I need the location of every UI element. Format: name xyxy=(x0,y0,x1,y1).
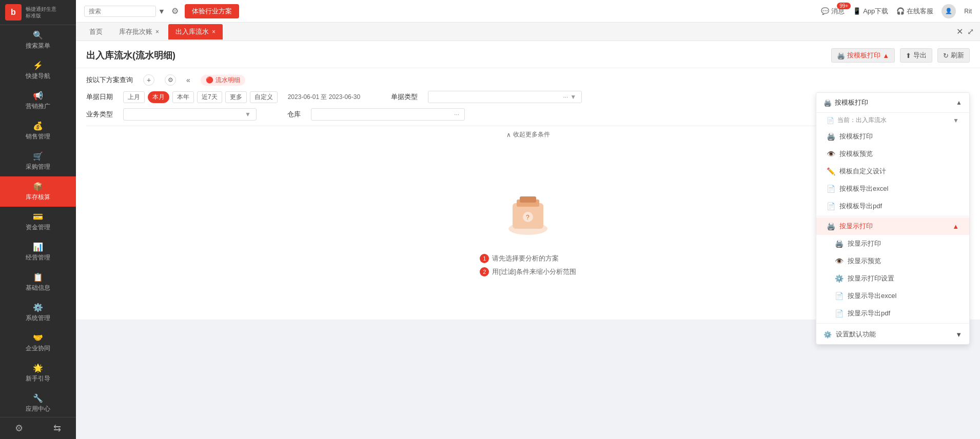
dropdown-item-display-print[interactable]: 🖨️ 按显示打印 xyxy=(816,235,969,252)
tab-flow[interactable]: 出入库流水 × xyxy=(168,24,223,39)
tab-home-label: 首页 xyxy=(89,27,103,36)
tip-num-2: 2 xyxy=(480,267,489,276)
refresh-btn[interactable]: ↻ 刷新 xyxy=(937,48,970,63)
sidebar-item-finance[interactable]: 💳 资金管理 xyxy=(0,207,76,237)
sidebar-item-shortcut[interactable]: ⚡ 快捷导航 xyxy=(0,55,76,86)
tabs-bar: 首页 库存批次账 × 出入库流水 × ✕ ⤢ xyxy=(76,23,980,41)
dropdown-divider xyxy=(816,216,969,216)
footer-settings-label: 设置默认功能 xyxy=(836,330,876,339)
date-filter-label: 单据日期 xyxy=(86,92,113,102)
template-custom-icon: ✏️ xyxy=(827,167,835,175)
operations-nav-icon: 📊 xyxy=(33,242,43,252)
sidebar-item-newbie[interactable]: 🌟 新手引导 xyxy=(0,358,76,388)
display-group-arrow: ▲ xyxy=(952,223,959,230)
sidebar-item-system[interactable]: ⚙️ 系统管理 xyxy=(0,297,76,328)
date-btn-last-month[interactable]: 上月 xyxy=(123,91,145,103)
topbar-gear-icon[interactable]: ⚙ xyxy=(171,6,179,16)
sidebar-item-operations[interactable]: 📊 经营管理 xyxy=(0,237,76,267)
topbar-dropdown-icon[interactable]: ▼ xyxy=(158,7,165,15)
sidebar-settings-btn[interactable]: ⚙ xyxy=(15,423,23,434)
page-content: 出入库流水(流水明细) 🖨️ 按模板打印 ▲ ⬆ 导出 ↻ 刷新 xyxy=(76,41,980,439)
service-icon: 🎧 xyxy=(896,7,905,15)
trial-btn[interactable]: 体验行业方案 xyxy=(185,4,239,18)
date-btn-this-month[interactable]: 本月 xyxy=(148,91,169,103)
sidebar-item-apps[interactable]: 🔧 应用中心 xyxy=(0,388,76,417)
refresh-label: 刷新 xyxy=(951,51,964,60)
marketing-nav-icon: 📢 xyxy=(33,91,43,101)
sidebar-item-enterprise[interactable]: 🤝 企业协同 xyxy=(0,328,76,358)
user-avatar[interactable]: 👤 xyxy=(942,4,956,18)
topbar-search-input[interactable] xyxy=(84,6,156,17)
topbar: ▼ ⚙ 体验行业方案 💬 消息 99+ 📱 App下载 🎧 在线客服 👤 Rit xyxy=(76,0,980,23)
date-btn-this-year[interactable]: 本年 xyxy=(172,91,194,103)
tab-home[interactable]: 首页 xyxy=(82,24,110,39)
sidebar-item-search[interactable]: 🔍 搜索菜单 xyxy=(0,25,76,55)
export-icon: ⬆ xyxy=(906,52,911,59)
dropdown-item-template-pdf[interactable]: 📄 按模板导出pdf xyxy=(816,197,969,215)
filter-add-btn[interactable]: + xyxy=(143,74,154,86)
online-service-btn[interactable]: 🎧 在线客服 xyxy=(896,7,933,16)
app-brand: 畅捷通好生意 标准版 xyxy=(26,6,56,19)
filter-tag-icon: 🔴 xyxy=(206,76,213,84)
filter-flow-tag[interactable]: 🔴 流水明细 xyxy=(201,75,245,86)
sidebar-item-sales[interactable]: 💰 销售管理 xyxy=(0,116,76,146)
sidebar-item-inventory[interactable]: 📦 库存核算 xyxy=(0,176,76,207)
sidebar-item-label: 采购管理 xyxy=(26,163,50,171)
sidebar-item-label: 基础信息 xyxy=(26,284,50,292)
username-label[interactable]: Rit xyxy=(964,8,972,15)
newbie-nav-icon: 🌟 xyxy=(33,363,43,373)
dropdown-divider-2 xyxy=(816,323,969,324)
sidebar-item-label: 企业协同 xyxy=(26,344,50,353)
message-btn[interactable]: 💬 消息 99+ xyxy=(821,7,845,16)
date-btn-custom[interactable]: 自定义 xyxy=(250,91,278,103)
dropdown-item-display-excel[interactable]: 📄 按显示导出excel xyxy=(816,287,969,305)
tab-inventory-batch-close[interactable]: × xyxy=(155,28,159,35)
template-preview-label: 按模板预览 xyxy=(839,149,873,158)
warehouse-select[interactable]: ··· xyxy=(311,108,465,121)
dropdown-item-display-pdf[interactable]: 📄 按显示导出pdf xyxy=(816,305,969,322)
display-excel-label: 按显示导出excel xyxy=(848,291,896,301)
page-expand-icon[interactable]: ⤢ xyxy=(967,27,974,36)
date-range: 2023-06-01 至 2023-06-30 xyxy=(288,93,360,102)
edition-label: 标准版 xyxy=(26,12,56,19)
print-label: 按模板打印 xyxy=(847,51,880,60)
dropdown-footer[interactable]: ⚙️ 设置默认功能 ▼ xyxy=(816,325,969,344)
dropdown-item-display-settings[interactable]: ⚙️ 按显示打印设置 xyxy=(816,270,969,287)
tab-flow-close[interactable]: × xyxy=(212,28,215,35)
dropdown-item-template-print[interactable]: 🖨️ 按模板打印 xyxy=(816,128,969,145)
app-logo-icon: b xyxy=(5,4,22,21)
dropdown-item-display-preview[interactable]: 👁️ 按显示预览 xyxy=(816,252,969,270)
sidebar-item-basics[interactable]: 📋 基础信息 xyxy=(0,267,76,297)
dropdown-header-arrow[interactable]: ▲ xyxy=(956,99,962,106)
filter-collapse-icon[interactable]: « xyxy=(186,76,190,84)
footer-arrow: ▼ xyxy=(955,331,962,338)
sidebar-item-purchase[interactable]: 🛒 采购管理 xyxy=(0,146,76,176)
date-btn-7days[interactable]: 近7天 xyxy=(197,91,222,103)
dropdown-item-template-custom[interactable]: ✏️ 模板自定义设计 xyxy=(816,163,969,180)
sidebar-item-label: 应用中心 xyxy=(26,405,50,413)
dropdown-item-display-group[interactable]: 🖨️ 按显示打印 ▲ xyxy=(816,217,969,235)
sidebar-item-label: 新手引导 xyxy=(26,374,50,383)
business-type-arrow-icon: ▼ xyxy=(245,111,251,118)
date-btn-more[interactable]: 更多 xyxy=(225,91,247,103)
empty-tip-1: 1 请先选择要分析的方案 xyxy=(480,252,576,265)
app-download-btn[interactable]: 📱 App下载 xyxy=(853,7,888,16)
business-type-select[interactable]: ▼ xyxy=(123,108,257,121)
template-pdf-label: 按模板导出pdf xyxy=(839,202,882,211)
message-badge: 99+ xyxy=(837,3,851,9)
print-dropdown-arrow[interactable]: ▲ xyxy=(883,52,889,59)
export-btn[interactable]: ⬆ 导出 xyxy=(900,48,932,63)
template-pdf-icon: 📄 xyxy=(827,202,835,210)
filter-setting-btn[interactable]: ⚙ xyxy=(165,74,176,86)
dropdown-item-template-preview[interactable]: 👁️ 按模板预览 xyxy=(816,145,969,163)
print-btn[interactable]: 🖨️ 按模板打印 ▲ xyxy=(831,48,895,63)
dropdown-current-icon: 📄 xyxy=(827,117,834,124)
bill-type-select[interactable]: ··· ▼ xyxy=(428,91,582,103)
sidebar-item-marketing[interactable]: 📢 营销推广 xyxy=(0,86,76,116)
display-print-icon: 🖨️ xyxy=(835,240,844,248)
filter-flow-label: 流水明细 xyxy=(215,76,240,85)
page-close-icon[interactable]: ✕ xyxy=(956,27,963,36)
tab-inventory-batch[interactable]: 库存批次账 × xyxy=(112,24,166,39)
sidebar-toggle-btn[interactable]: ⇆ xyxy=(53,423,61,434)
dropdown-item-template-excel[interactable]: 📄 按模板导出excel xyxy=(816,180,969,197)
